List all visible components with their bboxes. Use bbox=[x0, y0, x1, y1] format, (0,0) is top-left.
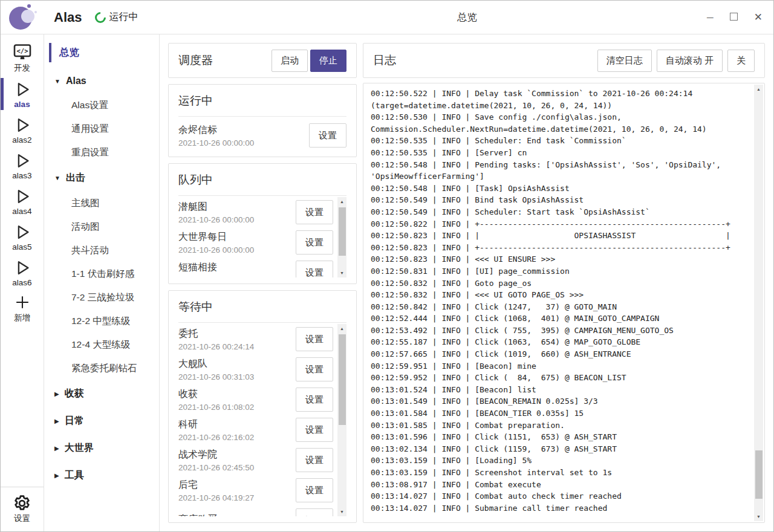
menu-item-overview[interactable]: 总览 bbox=[49, 43, 159, 62]
menu-item-reward-group[interactable]: ▶收获 bbox=[44, 380, 159, 407]
menu-item-sortie-group[interactable]: ▼出击 bbox=[44, 164, 159, 192]
scheduler-stop-button[interactable]: 停止 bbox=[310, 50, 346, 72]
task-setting-button[interactable]: 设置 bbox=[296, 418, 333, 442]
menu-item-map-7-2[interactable]: 7-2 三战捡垃圾 bbox=[44, 286, 159, 310]
sidebar-item-alas3[interactable]: alas3 bbox=[1, 148, 44, 183]
sidebar-item-dev[interactable]: </>开发 bbox=[1, 41, 44, 76]
scroll-down-icon[interactable]: ▼ bbox=[337, 507, 346, 516]
scroll-up-icon[interactable]: ▲ bbox=[754, 85, 763, 94]
rail-item-label: alas6 bbox=[12, 278, 31, 287]
log-column: 日志 清空日志 自动滚动 开 关 00:12:50.522 | INFO | D… bbox=[363, 43, 765, 523]
task-next-run-time: 2021-10-26 00:00:00 bbox=[178, 245, 254, 255]
scrollbar-track[interactable] bbox=[337, 333, 346, 507]
menu-item-coalition-event[interactable]: 共斗活动 bbox=[44, 239, 159, 262]
menu-item-label: 通用设置 bbox=[71, 123, 109, 135]
scroll-down-icon[interactable]: ▼ bbox=[754, 512, 763, 521]
task-setting-button[interactable]: 设置 bbox=[296, 200, 333, 224]
menu-item-os-group[interactable]: ▶大世界 bbox=[44, 435, 159, 462]
scroll-up-icon[interactable]: ▲ bbox=[337, 324, 346, 333]
task-name: 大世界每日 bbox=[178, 231, 254, 244]
status-label: 运行中 bbox=[109, 11, 138, 24]
scrollbar[interactable]: ▲▼ bbox=[337, 324, 346, 516]
clear-log-button[interactable]: 清空日志 bbox=[597, 50, 652, 72]
scrollbar-thumb[interactable] bbox=[339, 207, 346, 256]
sidebar-item-alas[interactable]: alas bbox=[1, 76, 44, 112]
scroll-down-icon[interactable]: ▼ bbox=[337, 268, 346, 277]
scrollbar[interactable]: ▲▼ bbox=[337, 197, 346, 277]
task-next-run-time: 2021-10-26 00:24:14 bbox=[178, 342, 254, 351]
task-row: 短猫相接2021-10-26 00:00:00设置 bbox=[178, 258, 346, 277]
scrollbar-thumb[interactable] bbox=[755, 450, 763, 499]
task-info: 潜艇图2021-10-26 00:00:00 bbox=[178, 201, 254, 224]
task-row: 大世界每日2021-10-26 00:00:00设置 bbox=[178, 227, 346, 258]
menu-item-map-1-1[interactable]: 1-1 伏击刷好感 bbox=[44, 262, 159, 286]
menu-item-event-map[interactable]: 活动图 bbox=[44, 215, 159, 239]
menu-item-urgent-commission[interactable]: 紧急委托刷钻石 bbox=[44, 357, 159, 380]
running-card: 运行中 余烬信标2021-10-26 00:00:00设置 bbox=[168, 84, 357, 157]
task-row: 大舰队2021-10-26 00:31:03设置 bbox=[178, 354, 346, 384]
task-setting-button[interactable]: 设置 bbox=[296, 508, 333, 516]
scrollbar-thumb[interactable] bbox=[339, 334, 346, 425]
scheduler-start-button[interactable]: 启动 bbox=[272, 50, 308, 72]
arrow-right-icon: ▶ bbox=[54, 391, 59, 397]
running-task-list: 余烬信标2021-10-26 00:00:00设置 bbox=[178, 117, 346, 151]
task-setting-button[interactable]: 设置 bbox=[296, 357, 333, 381]
task-info: 收获2021-10-26 01:08:02 bbox=[178, 388, 254, 412]
task-setting-button[interactable]: 设置 bbox=[309, 123, 346, 148]
menu-item-alas-settings[interactable]: Alas设置 bbox=[44, 94, 159, 117]
menu-item-daily-group[interactable]: ▶日常 bbox=[44, 407, 159, 435]
scheduler-status: 运行中 bbox=[95, 11, 138, 24]
task-info: 商店购买 bbox=[178, 513, 217, 516]
menu-item-label: 7-2 三战捡垃圾 bbox=[71, 291, 134, 304]
task-setting-button[interactable]: 设置 bbox=[296, 327, 333, 351]
maximize-button[interactable] bbox=[730, 13, 738, 22]
menu-item-tool-group[interactable]: ▶工具 bbox=[44, 462, 159, 489]
scrollbar[interactable]: ▲▼ bbox=[754, 85, 763, 521]
minimize-icon: ─ bbox=[707, 13, 714, 22]
menu-item-alas-group[interactable]: ▼Alas bbox=[44, 68, 159, 94]
arrow-right-icon: ▶ bbox=[54, 418, 59, 424]
dev-icon: </> bbox=[13, 43, 32, 62]
task-name: 战术学院 bbox=[178, 449, 254, 461]
task-setting-button[interactable]: 设置 bbox=[296, 388, 333, 412]
menu-item-label: 共斗活动 bbox=[71, 244, 109, 257]
scroll-up-icon[interactable]: ▲ bbox=[337, 197, 346, 206]
close-button[interactable]: ✕ bbox=[754, 12, 763, 22]
sidebar-item-settings[interactable]: 设置 bbox=[1, 491, 44, 527]
task-next-run-time: 2021-10-26 02:16:02 bbox=[178, 433, 254, 442]
menu-item-restart-settings[interactable]: 重启设置 bbox=[44, 141, 159, 164]
menu-item-general-settings[interactable]: 通用设置 bbox=[44, 117, 159, 141]
task-info: 后宅2021-10-26 04:19:27 bbox=[178, 479, 254, 502]
task-name: 后宅 bbox=[178, 479, 254, 491]
instance-list: </>开发alasalas2alas3alas4alas5alas6新增 bbox=[1, 41, 44, 326]
sidebar-item-add[interactable]: 新增 bbox=[1, 290, 44, 326]
menu-item-main-map[interactable]: 主线图 bbox=[44, 192, 159, 215]
menu-item-label: 日常 bbox=[65, 415, 84, 427]
sidebar-item-alas6[interactable]: alas6 bbox=[1, 255, 44, 290]
play-icon bbox=[13, 258, 31, 277]
rail-item-label: alas4 bbox=[12, 207, 31, 216]
sidebar-item-alas2[interactable]: alas2 bbox=[1, 112, 44, 148]
sidebar-item-alas5[interactable]: alas5 bbox=[1, 219, 44, 255]
scrollbar-track[interactable] bbox=[754, 94, 763, 512]
task-name: 科研 bbox=[178, 418, 254, 431]
task-setting-button[interactable]: 设置 bbox=[296, 448, 333, 472]
menu-item-label: Alas设置 bbox=[71, 99, 108, 112]
task-setting-button[interactable]: 设置 bbox=[296, 230, 333, 255]
running-spinner-icon bbox=[93, 10, 108, 25]
autoscroll-on-button[interactable]: 自动滚动 开 bbox=[657, 50, 723, 72]
log-output: 00:12:50.522 | INFO | Delay task `Commis… bbox=[371, 88, 746, 514]
menu-item-map-12-4[interactable]: 12-4 大型练级 bbox=[44, 333, 159, 357]
log-header-card: 日志 清空日志 自动滚动 开 关 bbox=[363, 43, 765, 78]
minimize-button[interactable]: ─ bbox=[707, 13, 714, 22]
scrollbar-track[interactable] bbox=[337, 206, 346, 268]
rail-item-label: alas5 bbox=[12, 242, 31, 251]
instance-rail: </>开发alasalas2alas3alas4alas5alas6新增 设置 bbox=[1, 34, 44, 531]
autoscroll-off-button[interactable]: 关 bbox=[727, 50, 755, 72]
task-setting-button[interactable]: 设置 bbox=[296, 478, 333, 502]
sidebar-item-alas4[interactable]: alas4 bbox=[1, 183, 44, 219]
window-controls: ─✕ bbox=[707, 12, 763, 22]
gear-icon bbox=[12, 493, 32, 513]
task-setting-button[interactable]: 设置 bbox=[296, 261, 333, 277]
menu-item-map-12-2[interactable]: 12-2 中型练级 bbox=[44, 310, 159, 333]
